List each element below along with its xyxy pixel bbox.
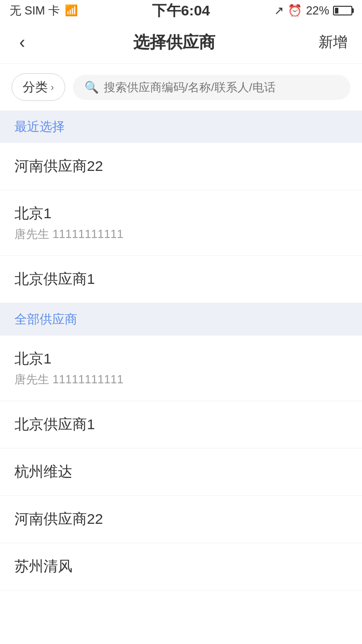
list-item[interactable]: 河南供应商22 — [0, 496, 362, 543]
item-name: 河南供应商22 — [14, 156, 348, 176]
item-sub: 唐先生 11111111111 — [14, 372, 348, 387]
item-name: 北京1 — [14, 349, 348, 369]
search-icon: 🔍 — [84, 81, 99, 94]
alarm-icon: ⏰ — [288, 4, 302, 17]
sections-container: 最近选择河南供应商22北京1唐先生 11111111111北京供应商1全部供应商… — [0, 111, 362, 590]
chevron-right-icon: › — [51, 82, 54, 93]
search-box: 🔍 — [73, 75, 350, 100]
status-bar: 无 SIM 卡 📶 下午6:04 ↗ ⏰ 22% — [0, 0, 362, 21]
item-name: 杭州维达 — [14, 462, 348, 482]
list-item[interactable]: 北京供应商1 — [0, 256, 362, 303]
item-name: 北京供应商1 — [14, 269, 348, 289]
nav-title: 选择供应商 — [133, 31, 215, 54]
filter-bar: 分类 › 🔍 — [0, 64, 362, 111]
back-button[interactable]: ‹ — [14, 28, 30, 57]
location-icon: ↗ — [274, 4, 284, 17]
category-label: 分类 — [23, 79, 48, 96]
battery-icon — [333, 6, 352, 15]
list-item[interactable]: 北京供应商1 — [0, 401, 362, 448]
section-header-all: 全部供应商 — [0, 303, 362, 336]
sim-text: 无 SIM 卡 — [10, 3, 60, 18]
add-button[interactable]: 新增 — [319, 32, 348, 52]
search-input[interactable] — [104, 81, 339, 94]
status-right: ↗ ⏰ 22% — [274, 4, 352, 17]
section-header-recent: 最近选择 — [0, 111, 362, 143]
list-item[interactable]: 北京1唐先生 11111111111 — [0, 336, 362, 401]
item-name: 河南供应商22 — [14, 509, 348, 529]
status-time: 下午6:04 — [152, 1, 210, 21]
list-item[interactable]: 河南供应商22 — [0, 143, 362, 190]
battery-percentage: 22% — [306, 4, 329, 17]
status-left: 无 SIM 卡 📶 — [10, 3, 78, 18]
item-sub: 唐先生 11111111111 — [14, 226, 348, 242]
nav-bar: ‹ 选择供应商 新增 — [0, 21, 362, 64]
item-name: 苏州清风 — [14, 557, 348, 576]
wifi-icon: 📶 — [65, 4, 78, 17]
item-name: 北京供应商1 — [14, 415, 348, 434]
item-name: 北京1 — [14, 204, 348, 224]
list-item[interactable]: 苏州清风 — [0, 543, 362, 590]
category-button[interactable]: 分类 › — [12, 73, 65, 101]
list-item[interactable]: 杭州维达 — [0, 448, 362, 496]
list-item[interactable]: 北京1唐先生 11111111111 — [0, 190, 362, 256]
